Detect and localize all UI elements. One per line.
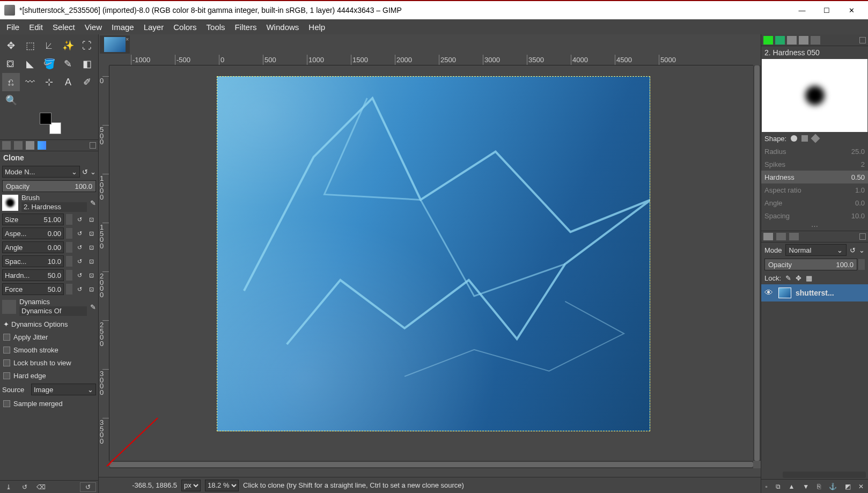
- dynamics-options-expander[interactable]: ✦Dynamics Options: [0, 318, 98, 330]
- menu-windows[interactable]: Windows: [262, 20, 303, 34]
- brush-prop-row[interactable]: Spikes2: [761, 158, 868, 171]
- tab-channels-icon[interactable]: [776, 233, 786, 240]
- mode-reset-icon[interactable]: ↺: [82, 168, 88, 176]
- tab-patterns-icon[interactable]: [775, 36, 785, 45]
- tab-paths-icon[interactable]: [789, 233, 799, 240]
- spacing-link-icon[interactable]: ⊡: [86, 256, 96, 266]
- tool-clone[interactable]: ⎌: [2, 73, 20, 91]
- canvas-image[interactable]: [217, 76, 650, 431]
- angle-spinner[interactable]: [66, 242, 72, 253]
- reset-tool-options-icon[interactable]: ↺: [80, 482, 96, 492]
- scrollbar-horizontal[interactable]: [109, 461, 753, 468]
- unit-select[interactable]: px: [181, 480, 201, 491]
- hardness-link-icon[interactable]: ⊡: [86, 270, 96, 280]
- tool-bucket[interactable]: 🪣: [40, 55, 58, 73]
- tab-brush-editor-icon[interactable]: [811, 36, 820, 45]
- menu-edit[interactable]: Edit: [25, 20, 47, 34]
- force-link-icon[interactable]: ⊡: [86, 284, 96, 294]
- apply-jitter-checkbox[interactable]: Apply Jitter: [0, 330, 98, 343]
- tool-eraser[interactable]: ◧: [78, 55, 96, 73]
- brush-prop-row[interactable]: Angle0.0: [761, 196, 868, 209]
- zoom-select[interactable]: 18.2 %: [205, 480, 239, 491]
- smooth-stroke-checkbox[interactable]: Smooth stroke: [0, 343, 98, 356]
- menu-filters[interactable]: Filters: [231, 20, 261, 34]
- lock-position-icon[interactable]: ✥: [796, 274, 801, 282]
- menu-tools[interactable]: Tools: [202, 20, 230, 34]
- tab-menu-icon[interactable]: [90, 142, 96, 149]
- spacing-input[interactable]: Spac...10.0: [2, 255, 64, 267]
- aspect-spinner[interactable]: [66, 228, 72, 239]
- tool-smudge[interactable]: 〰: [21, 73, 39, 91]
- tab-tool-options-icon[interactable]: [2, 141, 11, 150]
- spacing-spinner[interactable]: [66, 256, 72, 267]
- shape-circle-icon[interactable]: [791, 135, 797, 142]
- tool-rect-select[interactable]: ⬚: [21, 36, 39, 55]
- source-select[interactable]: Image⌄: [31, 384, 96, 395]
- tool-path[interactable]: ⊹: [40, 73, 58, 91]
- tab-menu-icon[interactable]: [859, 233, 866, 240]
- restore-preset-icon[interactable]: ↺: [18, 482, 31, 492]
- tool-move[interactable]: ✥: [2, 36, 20, 55]
- tab-menu-icon[interactable]: [859, 37, 866, 43]
- lock-alpha-icon[interactable]: ▦: [806, 274, 812, 282]
- raise-layer-icon[interactable]: ▲: [788, 483, 795, 490]
- mode-menu-icon[interactable]: ⌄: [90, 168, 96, 176]
- tool-crop[interactable]: ⛶: [78, 36, 96, 55]
- force-input[interactable]: Force50.0: [2, 283, 64, 295]
- menu-select[interactable]: Select: [48, 20, 79, 34]
- navigation-button[interactable]: [753, 461, 761, 468]
- lock-pixels-icon[interactable]: ✎: [785, 274, 791, 282]
- ruler-horizontal[interactable]: -1000-5000500100015002000250030003500400…: [109, 55, 753, 65]
- size-link-icon[interactable]: ⊡: [86, 215, 96, 224]
- brush-prop-row[interactable]: Radius25.0: [761, 145, 868, 158]
- size-reset-icon[interactable]: ↺: [75, 215, 84, 224]
- menu-layer[interactable]: Layer: [139, 20, 168, 34]
- new-layer-icon[interactable]: ▫: [765, 483, 767, 490]
- resize-handle-icon[interactable]: ⋯: [761, 222, 868, 231]
- tool-transform[interactable]: ⛋: [2, 55, 20, 73]
- brush-prop-row[interactable]: Spacing10.0: [761, 209, 868, 222]
- hardness-reset-icon[interactable]: ↺: [75, 270, 84, 280]
- viewport[interactable]: [109, 65, 753, 461]
- tab-fonts-icon[interactable]: [787, 36, 797, 45]
- mask-layer-icon[interactable]: ◩: [845, 483, 851, 490]
- blend-mode-select[interactable]: Mode N...⌄: [2, 166, 80, 178]
- tool-pencil[interactable]: ✎: [59, 55, 77, 73]
- dynamics-edit-icon[interactable]: ✎: [90, 303, 96, 311]
- maximize-button[interactable]: ☐: [814, 2, 839, 19]
- layer-mode-reset-icon[interactable]: ↺: [850, 246, 856, 254]
- layer-visibility-icon[interactable]: 👁: [764, 288, 774, 298]
- merge-layer-icon[interactable]: ⚓: [829, 483, 837, 490]
- layer-opacity-spinner[interactable]: [858, 259, 865, 270]
- tab-brushes-icon[interactable]: [763, 36, 773, 45]
- tool-text[interactable]: A: [59, 73, 77, 91]
- tab-layers-icon[interactable]: [763, 233, 773, 240]
- hard-edge-checkbox[interactable]: Hard edge: [0, 369, 98, 382]
- tool-fuzzy-select[interactable]: ✨: [59, 36, 77, 55]
- delete-preset-icon[interactable]: ⌫: [34, 482, 47, 492]
- menu-file[interactable]: File: [2, 20, 24, 34]
- minimize-button[interactable]: —: [790, 2, 814, 19]
- lower-layer-icon[interactable]: ▼: [803, 483, 809, 490]
- spacing-reset-icon[interactable]: ↺: [75, 256, 84, 266]
- tab-history-icon[interactable]: [799, 36, 808, 45]
- image-tab[interactable]: ×: [100, 35, 130, 54]
- force-spinner[interactable]: [66, 284, 72, 295]
- tool-zoom[interactable]: 🔍: [2, 91, 20, 109]
- menu-colors[interactable]: Colors: [169, 20, 201, 34]
- layer-mode-select[interactable]: Normal⌄: [785, 244, 847, 256]
- close-tab-icon[interactable]: ×: [126, 36, 129, 42]
- hardness-spinner[interactable]: [66, 270, 72, 281]
- layer-item[interactable]: 👁 shutterst...: [761, 284, 868, 301]
- menu-help[interactable]: Help: [304, 20, 329, 34]
- tab-undo-history-icon[interactable]: [26, 141, 34, 150]
- save-preset-icon[interactable]: ⤓: [2, 482, 15, 492]
- aspect-input[interactable]: Aspe...0.00: [2, 227, 64, 239]
- opacity-slider[interactable]: Opacity 100.0: [2, 180, 96, 192]
- aspect-link-icon[interactable]: ⊡: [86, 229, 96, 238]
- duplicate-layer-icon[interactable]: ⎘: [817, 483, 821, 490]
- tab-images-icon[interactable]: [38, 141, 46, 150]
- tab-device-status-icon[interactable]: [14, 141, 23, 150]
- close-button[interactable]: ✕: [839, 2, 864, 19]
- force-reset-icon[interactable]: ↺: [75, 284, 84, 294]
